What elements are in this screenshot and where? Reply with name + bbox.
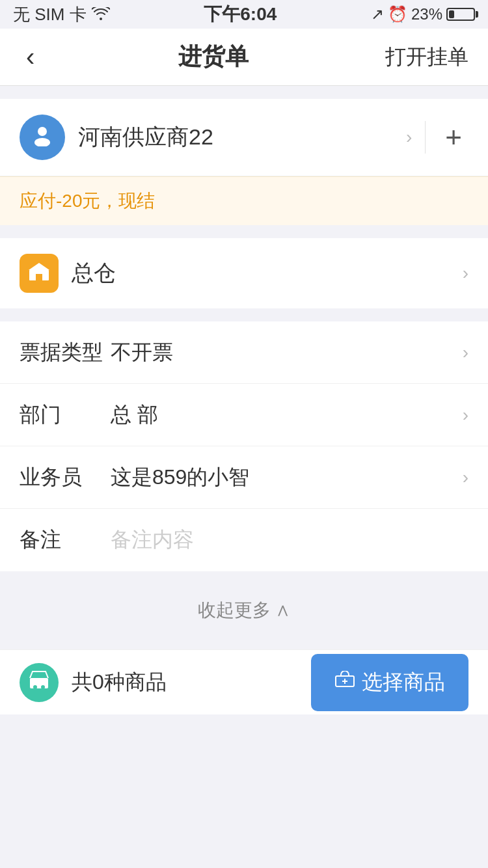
department-label: 部门	[20, 401, 111, 429]
warehouse-icon-bg	[20, 254, 59, 293]
invoice-type-row[interactable]: 票据类型 不开票 ›	[0, 321, 488, 384]
department-value: 总 部	[111, 401, 463, 429]
person-icon	[31, 123, 54, 152]
supplier-card: 河南供应商22 › + 应付-20元，现结	[0, 99, 488, 225]
select-goods-label: 选择商品	[362, 668, 445, 697]
alarm-icon: ⏰	[388, 5, 407, 23]
open-pending-button[interactable]: 打开挂单	[385, 43, 468, 72]
status-time: 下午6:04	[204, 2, 277, 27]
goods-icon	[28, 670, 50, 695]
form-section: 票据类型 不开票 › 部门 总 部 › 业务员 这是859的小智 › 备注 备注…	[0, 321, 488, 571]
status-left: 无 SIM 卡	[13, 3, 110, 26]
supplier-chevron-icon: ›	[406, 127, 412, 148]
section-gap-1	[0, 86, 488, 99]
svg-point-7	[41, 685, 45, 689]
salesman-value: 这是859的小智	[111, 463, 463, 492]
salesman-label: 业务员	[20, 463, 111, 492]
page-title: 进货单	[178, 41, 249, 73]
select-goods-button[interactable]: 选择商品	[311, 654, 468, 711]
nav-bar: ‹ 进货单 打开挂单	[0, 29, 488, 86]
goods-icon-bg	[20, 663, 59, 702]
warehouse-icon	[28, 262, 50, 286]
supplier-row[interactable]: 河南供应商22 › +	[0, 99, 488, 176]
wifi-icon	[92, 5, 110, 25]
svg-marker-3	[29, 263, 49, 270]
divider	[425, 121, 426, 154]
add-button[interactable]: +	[439, 121, 468, 154]
remark-row[interactable]: 备注 备注内容	[0, 509, 488, 571]
collapse-button[interactable]: 收起更多 ∧	[0, 584, 488, 636]
department-chevron-icon: ›	[463, 405, 468, 426]
notice-bar: 应付-20元，现结	[0, 176, 488, 225]
remark-label: 备注	[20, 526, 111, 554]
warehouse-chevron-icon: ›	[463, 263, 468, 284]
status-right: ↗ ⏰ 23%	[371, 5, 475, 23]
supplier-name: 河南供应商22	[78, 122, 406, 152]
remark-placeholder[interactable]: 备注内容	[111, 526, 468, 554]
svg-point-6	[33, 685, 37, 689]
invoice-label: 票据类型	[20, 338, 111, 367]
status-bar: 无 SIM 卡 下午6:04 ↗ ⏰ 23%	[0, 0, 488, 29]
svg-rect-5	[30, 678, 48, 688]
rest-area	[0, 714, 488, 868]
back-button[interactable]: ‹	[20, 36, 41, 78]
salesman-chevron-icon: ›	[463, 467, 468, 488]
department-row[interactable]: 部门 总 部 ›	[0, 384, 488, 446]
warehouse-card: 总仓 ›	[0, 238, 488, 308]
invoice-chevron-icon: ›	[463, 342, 468, 363]
location-icon: ↗	[371, 5, 384, 23]
warehouse-name: 总仓	[72, 258, 463, 288]
carrier-label: 无 SIM 卡	[13, 3, 87, 26]
warehouse-row[interactable]: 总仓 ›	[0, 238, 488, 308]
avatar	[20, 115, 65, 160]
notice-text: 应付-20元，现结	[20, 191, 155, 211]
goods-count: 共0种商品	[72, 668, 311, 697]
battery-icon	[446, 8, 475, 21]
svg-point-0	[38, 127, 47, 136]
invoice-value: 不开票	[111, 338, 463, 367]
salesman-row[interactable]: 业务员 这是859的小智 ›	[0, 446, 488, 509]
cart-icon	[334, 671, 355, 694]
bottom-bar: 共0种商品 选择商品	[0, 649, 488, 714]
svg-point-1	[34, 138, 50, 146]
collapse-label: 收起更多 ∧	[198, 598, 291, 623]
svg-rect-4	[36, 274, 42, 280]
battery-percent: 23%	[411, 5, 442, 23]
